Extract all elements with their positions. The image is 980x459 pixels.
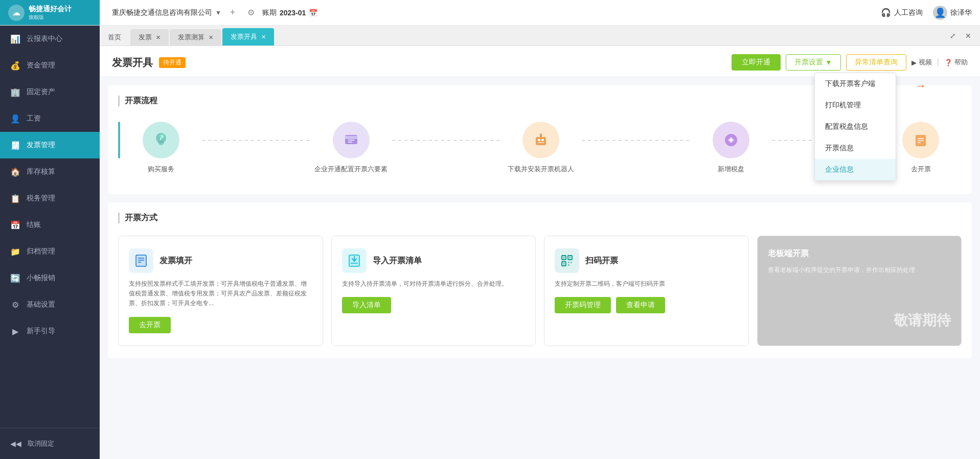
cloud-report-icon: 📊 — [10, 34, 20, 44]
import-list-desc: 支持导入待开票清单，可对待开票清单进行拆分、合并处理。 — [342, 279, 526, 289]
settings-icon[interactable]: ⚙ — [244, 6, 258, 20]
svg-rect-12 — [538, 142, 544, 143]
sidebar-item-xiaochang[interactable]: 🔄小畅报销 — [0, 265, 100, 291]
sidebar-item-payroll[interactable]: 👤工资 — [0, 105, 100, 132]
go-invoice-label: 去开票 — [911, 165, 931, 174]
tab-close-invoice-open[interactable]: ✕ — [261, 34, 266, 40]
tab-home[interactable]: 首页 — [100, 29, 129, 45]
import-list-card-header: 导入开票清单 — [342, 248, 526, 273]
import-list-card: 导入开票清单 支持导入待开票清单，可对待开票清单进行拆分、合并处理。 导入清单 — [331, 236, 536, 346]
import-list-button[interactable]: 导入清单 — [342, 297, 391, 313]
sidebar-item-fund-mgmt[interactable]: 💰资金管理 — [0, 52, 100, 79]
dropdown-item-download-client[interactable]: 下载开票客户端 — [815, 73, 896, 95]
new-guide-icon: ▶ — [10, 326, 20, 336]
svg-rect-39 — [571, 262, 572, 263]
boss-invoice-desc: 查看老板端小程序提交的开票申请，并作出相应的处理 — [768, 265, 951, 275]
maximize-button[interactable]: ⤢ — [945, 26, 961, 46]
play-icon: ▶ — [911, 59, 917, 66]
method-section-title: 开票方式 — [118, 213, 962, 223]
tab-bar: 首页发票✕发票测算✕发票开具✕ ⤢ ✕ — [100, 26, 980, 46]
video-button[interactable]: ▶ 视频 — [911, 58, 932, 67]
sidebar-item-new-guide[interactable]: ▶新手引导 — [0, 318, 100, 345]
flow-step-config: 企业开通配置开票六要素 — [310, 122, 392, 174]
view-apply-button[interactable]: 查看申请 — [616, 297, 665, 313]
tab-invoice-open[interactable]: 发票开具✕ — [222, 28, 274, 45]
sidebar-item-tax-mgmt[interactable]: 📋税务管理 — [0, 185, 100, 212]
scan-invoice-card: 扫码开票 支持定制开票二维码，客户端可扫码开票 开票码管理 查看申请 — [544, 236, 749, 346]
boss-invoice-card-header: 老板端开票 — [768, 248, 951, 259]
tab-close-invoice[interactable]: ✕ — [156, 34, 161, 41]
page-title-area: 发票开具 待开通 — [112, 56, 186, 70]
sidebar-item-basic-settings[interactable]: ⚙基础设置 — [0, 291, 100, 318]
svg-rect-38 — [568, 262, 569, 263]
support-button[interactable]: 🎧 人工咨询 — [881, 8, 923, 17]
tab-label-invoice-open: 发票开具 — [231, 32, 257, 41]
fund-mgmt-icon: 💰 — [10, 60, 20, 71]
svg-rect-36 — [569, 257, 571, 259]
coming-soon-text: 敬请期待 — [894, 311, 951, 330]
question-icon: ❓ — [944, 59, 952, 66]
payroll-label: 工资 — [27, 114, 41, 123]
status-badge: 待开通 — [159, 57, 186, 68]
fill-invoice-icon — [129, 248, 153, 273]
sidebar-item-inventory[interactable]: 🏠库存核算 — [0, 158, 100, 185]
scan-invoice-icon — [555, 248, 579, 273]
top-header: ☁ 畅捷通好会计 旗舰版 重庆畅捷交通信息咨询有限公司 ▼ + ⚙ 账期 202… — [0, 0, 980, 26]
page-title: 发票开具 — [112, 56, 153, 70]
settlement-icon: 📅 — [10, 220, 20, 230]
inventory-icon: 🏠 — [10, 167, 20, 177]
exception-button[interactable]: 异常清单查询 — [846, 54, 906, 71]
sidebar-item-settlement[interactable]: 📅结账 — [0, 212, 100, 238]
activate-button[interactable]: 立即开通 — [732, 54, 781, 71]
user-info[interactable]: 👤 徐泽华 — [933, 6, 972, 20]
header-right: 🎧 人工咨询 👤 徐泽华 — [881, 6, 972, 20]
app-subtitle: 旗舰版 — [29, 14, 72, 21]
cloud-report-label: 云报表中心 — [27, 34, 62, 43]
help-button[interactable]: ❓ 帮助 — [944, 58, 968, 67]
svg-rect-10 — [538, 139, 540, 141]
scan-invoice-title: 扫码开票 — [585, 256, 618, 266]
sidebar-item-archive-mgmt[interactable]: 📁归档管理 — [0, 238, 100, 265]
close-window-button[interactable]: ✕ — [961, 26, 976, 46]
company-chevron-icon: ▼ — [215, 9, 221, 16]
company-selector[interactable]: 重庆畅捷交通信息咨询有限公司 ▼ — [112, 8, 221, 17]
method-cards: 发票填开 支持按照发票样式手工填开发票；可开具增值税电子普通发票、增值税普通发票… — [118, 234, 962, 348]
user-name: 徐泽华 — [950, 8, 972, 17]
tab-label-home: 首页 — [108, 33, 121, 42]
dropdown-item-tax-disk[interactable]: 配置税盘信息 — [815, 116, 896, 137]
app-logo-icon: ☁ — [8, 5, 25, 21]
svg-rect-40 — [568, 264, 569, 266]
company-name: 重庆畅捷交通信息咨询有限公司 — [112, 8, 212, 17]
sidebar: 📊云报表中心💰资金管理🏢固定资产👤工资🧾发票管理🏠库存核算📋税务管理📅结账📁归档… — [0, 26, 100, 459]
boss-invoice-title: 老板端开票 — [768, 248, 809, 259]
cancel-pin-button[interactable]: ◀◀ 取消固定 — [0, 432, 100, 455]
fill-invoice-card: 发票填开 支持按照发票样式手工填开发票；可开具增值税电子普通发票、增值税普通发票… — [118, 236, 323, 346]
svg-rect-9 — [536, 137, 546, 145]
scan-invoice-desc: 支持定制开票二维码，客户端可扫码开票 — [555, 279, 738, 289]
qr-code-manage-button[interactable]: 开票码管理 — [555, 297, 611, 313]
new-guide-label: 新手引导 — [27, 327, 55, 336]
invoice-mgmt-label: 发票管理 — [27, 141, 55, 150]
flow-step-buy: 购买服务 — [120, 122, 202, 174]
scan-invoice-card-header: 扫码开票 — [555, 248, 738, 273]
fund-mgmt-label: 资金管理 — [27, 61, 55, 70]
settings-button[interactable]: 开票设置 ▼ — [786, 54, 841, 71]
tab-close-invoice-test[interactable]: ✕ — [209, 34, 213, 41]
sidebar-item-fixed-assets[interactable]: 🏢固定资产 — [0, 79, 100, 105]
add-company-button[interactable]: + — [225, 6, 240, 20]
buy-service-label: 购买服务 — [148, 165, 174, 174]
xiaochang-label: 小畅报销 — [27, 273, 55, 283]
tab-invoice-test[interactable]: 发票测算✕ — [170, 29, 221, 45]
tab-invoice[interactable]: 发票✕ — [130, 29, 169, 45]
settlement-label: 结账 — [27, 220, 41, 230]
download-robot-label: 下载并安装开票机器人 — [508, 165, 574, 174]
dropdown-item-printer-mgmt[interactable]: 打印机管理 — [815, 95, 896, 116]
dropdown-item-company-info[interactable]: 企业信息 — [815, 159, 896, 180]
sidebar-item-invoice-mgmt[interactable]: 🧾发票管理 — [0, 132, 100, 158]
go-invoice-button[interactable]: 去开票 — [129, 317, 171, 333]
dropdown-chevron-icon: ▼ — [825, 58, 832, 66]
dropdown-item-invoice-info[interactable]: 开票信息 — [815, 137, 896, 159]
flow-step-download: 下载并安装开票机器人 — [500, 122, 582, 174]
sidebar-item-cloud-report[interactable]: 📊云报表中心 — [0, 26, 100, 52]
calendar-icon[interactable]: 📅 — [309, 9, 317, 17]
